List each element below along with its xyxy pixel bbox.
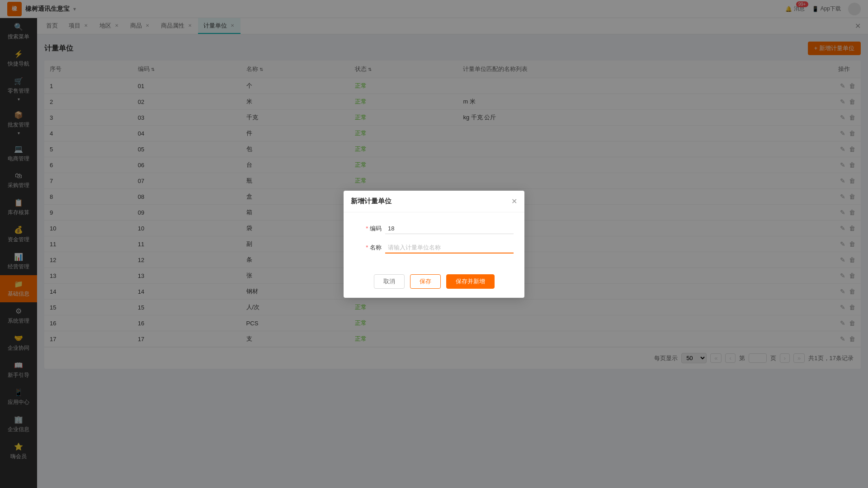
modal-footer: 取消 保存 保存并新增	[344, 269, 524, 298]
name-label: 名称	[354, 244, 382, 252]
save-and-new-button[interactable]: 保存并新增	[446, 274, 495, 289]
save-button[interactable]: 保存	[410, 274, 441, 289]
modal-body: 编码 名称	[344, 212, 524, 269]
name-input[interactable]	[385, 242, 514, 253]
modal-header: 新增计量单位 ✕	[344, 191, 524, 212]
modal-close-button[interactable]: ✕	[511, 197, 517, 206]
form-row-code: 编码	[354, 223, 514, 234]
cancel-button[interactable]: 取消	[374, 274, 405, 289]
code-label: 编码	[354, 225, 382, 233]
modal-add-measure-unit: 新增计量单位 ✕ 编码 名称 取消 保存 保存并新增	[344, 191, 524, 298]
modal-overlay[interactable]: 新增计量单位 ✕ 编码 名称 取消 保存 保存并新增	[0, 0, 868, 488]
form-row-name: 名称	[354, 242, 514, 253]
code-input[interactable]	[385, 223, 514, 234]
modal-title: 新增计量单位	[351, 197, 392, 206]
